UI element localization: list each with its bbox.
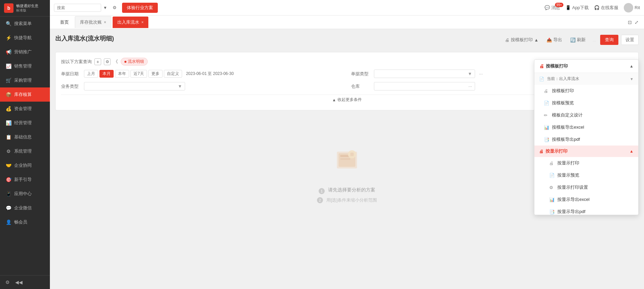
dp-template-custom[interactable]: ✏ 模板自定义设计 (534, 109, 638, 121)
tab-home[interactable]: 首页 (55, 17, 74, 28)
refresh-icon: 🔄 (570, 37, 576, 43)
sidebar-item-wechat[interactable]: 💬 企业微信 (0, 201, 50, 215)
biz-type-select[interactable]: ▼ (84, 82, 185, 90)
expand-window-icon[interactable]: ⤢ (635, 20, 639, 25)
customer-service-button[interactable]: 🎧 在线客服 (594, 5, 618, 11)
date-btn-more[interactable]: 更多 (148, 70, 163, 78)
dp-title-icon: 🖨 (539, 63, 544, 69)
chip-dot (124, 61, 126, 63)
topbar-settings-icon[interactable]: ⚙ (110, 3, 119, 12)
dp-display-section-text: 按显示打印 (546, 148, 567, 154)
dp-display-print[interactable]: 🖨 按显示打印 (534, 157, 638, 169)
dp-current-arrow: ▼ (630, 77, 634, 81)
tab-inout-flow[interactable]: 出入库流水 × (113, 17, 148, 28)
dp-current-template[interactable]: 📄 当前：出入库流水 ▼ (534, 73, 638, 85)
print-template-icon: 🖨 (505, 37, 509, 43)
print-dropdown-panel: 🖨 按模板打印 ▲ 📄 当前：出入库流水 ▼ 🖨 按模板打印 (534, 59, 639, 215)
user-profile-button[interactable]: Rit (624, 3, 640, 12)
empty-hint2: 用[选]条件来缩小分析范围 (326, 197, 377, 203)
date-btn-7days[interactable]: 近7天 (130, 70, 147, 78)
sidebar-item-system[interactable]: ⚙ 系统管理 (0, 144, 50, 158)
dp-display-settings-label: 按显示打印设置 (557, 184, 634, 190)
doc-type-label: 单据类型 (351, 71, 371, 77)
sidebar-item-search[interactable]: 🔍 搜索菜单 (0, 17, 50, 31)
dp-header-arrow[interactable]: ▲ (630, 64, 634, 69)
sidebar-item-label: 库存核算 (14, 91, 32, 98)
sidebar-item-marketing[interactable]: 📢 营销推广 (0, 45, 50, 59)
dp-template-excel-label: 按模板导出excel (552, 124, 634, 130)
dp-template-preview[interactable]: 📄 按模板预览 (534, 97, 638, 109)
date-btn-this-year[interactable]: 本年 (115, 70, 129, 78)
marketing-icon: 📢 (5, 49, 11, 55)
tab-inout-flow-close[interactable]: × (141, 20, 144, 25)
dp-template-export-excel[interactable]: 📊 按模板导出excel (534, 121, 638, 133)
dp-title: 🖨 按模板打印 (539, 63, 568, 69)
export-label: 导出 (553, 37, 562, 43)
dp-display-pdf-label: 按显示导出pdf (557, 209, 634, 215)
dp-display-export-excel[interactable]: 📊 按显示导出excel (534, 193, 638, 206)
warehouse-more-icon[interactable]: ··· (468, 84, 472, 89)
sidebar-item-member[interactable]: 👤 畅会员 (0, 215, 50, 229)
dp-display-preview[interactable]: 📄 按显示预览 (534, 169, 638, 181)
filter-collapse-icon[interactable]: 《 (113, 59, 118, 65)
chip-label: 流水明细 (128, 59, 144, 64)
settings-button[interactable]: 设置 (621, 35, 639, 45)
dp-display-settings-icon: ⚙ (549, 185, 555, 190)
dp-template-custom-label: 模板自定义设计 (552, 112, 634, 118)
doc-type-select[interactable]: ▼ (374, 70, 475, 78)
query-button[interactable]: 查询 (600, 35, 618, 45)
user-name: Rit (635, 5, 640, 10)
date-btn-custom[interactable]: 自定义 (164, 70, 182, 78)
date-btn-this-month[interactable]: 本月 (99, 70, 114, 78)
dp-display-print-icon: 🖨 (549, 161, 555, 166)
filter-chip[interactable]: 流水明细 (121, 58, 148, 65)
print-template-button[interactable]: 🖨 按模板打印 ▲ (502, 35, 541, 44)
tab-batch-account[interactable]: 库存批次账 × (75, 16, 111, 28)
sidebar-item-quick-nav[interactable]: ⚡ 快捷导航 (0, 31, 50, 45)
dp-template-print-icon: 🖨 (544, 88, 549, 94)
sidebar-item-basic-info[interactable]: 📋 基础信息 (0, 130, 50, 144)
sidebar-item-finance[interactable]: 💰 资金管理 (0, 102, 50, 116)
industry-solution-button[interactable]: 体验行业方案 (122, 3, 158, 13)
sidebar-item-sales[interactable]: 📈 销售管理 (0, 59, 50, 73)
filter-add-button[interactable]: + (94, 58, 101, 65)
export-button[interactable]: 📤 导出 (544, 35, 565, 44)
dp-display-preview-label: 按显示预览 (557, 172, 634, 178)
app-download-icon: 📱 (565, 5, 571, 10)
collapse-sidebar-icon[interactable]: ◀◀ (15, 280, 23, 285)
sidebar-item-purchase[interactable]: 🛒 采购管理 (0, 73, 50, 87)
doc-type-more-icon[interactable]: ··· (479, 71, 483, 76)
app-center-icon: 📱 (5, 191, 11, 196)
warehouse-select[interactable]: ··· (374, 82, 475, 90)
sidebar-item-app-center[interactable]: 📱 应用中心 (0, 187, 50, 201)
sidebar-item-label: 基础信息 (14, 134, 32, 140)
filter-settings-button[interactable]: ⚙ (104, 58, 111, 65)
dp-template-export-pdf[interactable]: 📑 按模板导出pdf (534, 133, 638, 146)
dp-template-print[interactable]: 🖨 按模板打印 (534, 85, 638, 97)
dp-display-export-pdf[interactable]: 📑 按显示导出pdf (534, 206, 638, 215)
search-input[interactable] (54, 4, 101, 12)
refresh-button[interactable]: 🔄 刷新 (567, 35, 588, 44)
search-dropdown-icon[interactable]: ▼ (103, 5, 107, 10)
sidebar-item-collab[interactable]: 🤝 企业协同 (0, 158, 50, 173)
tab-home-label: 首页 (60, 19, 69, 25)
settings-bottom-icon[interactable]: ⚙ (5, 280, 10, 285)
message-button[interactable]: 💬 消息 99+ (545, 5, 560, 11)
date-btn-last-month[interactable]: 上月 (84, 70, 98, 78)
date-label: 单据日期 (61, 71, 81, 77)
dp-display-section-header[interactable]: 🖨 按显示打印 ▲ (534, 146, 638, 157)
tab-batch-account-close[interactable]: × (104, 20, 106, 25)
sidebar-item-guide[interactable]: 🎯 新手引导 (0, 173, 50, 187)
sidebar-item-inventory[interactable]: 📦 库存核算 (0, 87, 50, 102)
sidebar-item-operations[interactable]: 📊 经营管理 (0, 116, 50, 130)
sidebar-item-label: 快捷导航 (14, 35, 32, 41)
svg-rect-5 (350, 153, 354, 156)
restore-window-icon[interactable]: ⊡ (628, 20, 632, 25)
app-download-label: App下载 (572, 5, 589, 11)
tab-inout-flow-label: 出入库流水 (117, 19, 139, 25)
dp-display-section-icon: 🖨 (539, 149, 544, 154)
dp-display-print-settings[interactable]: ⚙ 按显示打印设置 (534, 181, 638, 193)
dp-header: 🖨 按模板打印 ▲ (534, 60, 638, 73)
company-name: 畅捷通好生意 (16, 3, 38, 8)
app-download-button[interactable]: 📱 App下载 (565, 5, 589, 11)
